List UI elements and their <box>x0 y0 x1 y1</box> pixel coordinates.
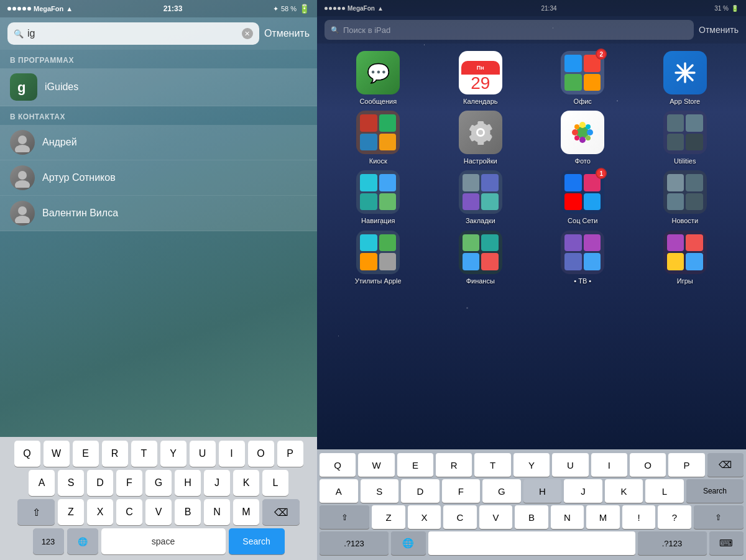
ipad-key-y[interactable]: Y <box>513 453 550 477</box>
result-item-andrei[interactable]: Андрей <box>0 125 317 160</box>
ipad-key-g[interactable]: G <box>482 479 521 503</box>
ipad-key-z[interactable]: Z <box>372 505 405 529</box>
ipad-key-num2[interactable]: .?123 <box>638 531 707 555</box>
ipad-key-search[interactable]: Search <box>686 479 744 503</box>
ipad-key-shift[interactable]: ⇧ <box>320 505 369 529</box>
key-p[interactable]: P <box>277 441 303 467</box>
key-space[interactable]: space <box>101 528 226 554</box>
key-e[interactable]: E <box>73 441 99 467</box>
app-utilities[interactable]: Utilities <box>637 111 734 165</box>
key-g[interactable]: G <box>145 470 172 496</box>
app-util-apple[interactable]: Утилиты Apple <box>329 231 427 285</box>
key-x[interactable]: X <box>87 499 113 525</box>
key-w[interactable]: W <box>44 441 70 467</box>
key-t[interactable]: T <box>131 441 157 467</box>
contact-name-valentin: Валентин Вилса <box>42 208 118 219</box>
app-settings[interactable]: Настройки <box>432 111 530 165</box>
app-appstore[interactable]: App Store <box>637 51 734 106</box>
ipad-key-i[interactable]: I <box>591 453 627 477</box>
ipad-keyboard-row-3: ⇧ Z X C V B N M ! ? ⇧ <box>320 505 744 529</box>
key-o[interactable]: O <box>248 441 274 467</box>
key-c[interactable]: C <box>116 499 142 525</box>
ipad-key-o[interactable]: O <box>630 453 666 477</box>
key-search[interactable]: Search <box>229 528 285 554</box>
ipad-key-p[interactable]: P <box>668 453 704 477</box>
key-k[interactable]: K <box>233 470 259 496</box>
ipad-key-keyboard[interactable]: ⌨ <box>709 531 744 555</box>
result-label-iguides: iGuides <box>45 81 78 93</box>
app-icon-wrap-utilities <box>663 111 707 154</box>
app-games[interactable]: Игры <box>637 231 734 285</box>
ipad-key-s[interactable]: S <box>361 479 399 503</box>
ipad-key-c[interactable]: C <box>443 505 477 529</box>
key-m[interactable]: M <box>233 499 259 525</box>
key-u[interactable]: U <box>190 441 216 467</box>
app-kiosk[interactable]: Киоск <box>329 111 427 165</box>
key-z[interactable]: Z <box>58 499 84 525</box>
key-s[interactable]: S <box>58 470 84 496</box>
ipad-key-f[interactable]: F <box>442 479 481 503</box>
key-l[interactable]: L <box>262 470 288 496</box>
ipad-key-b[interactable]: B <box>515 505 548 529</box>
ipad-key-j[interactable]: J <box>564 479 602 503</box>
app-icon-navigation <box>356 170 400 214</box>
app-finance[interactable]: Финансы <box>432 231 530 285</box>
ipad-key-t[interactable]: T <box>474 453 510 477</box>
ipad-key-shift-right[interactable]: ⇧ <box>694 505 744 529</box>
ipad-key-u[interactable]: U <box>552 453 588 477</box>
ipad-key-n[interactable]: N <box>551 505 584 529</box>
ipad-key-l[interactable]: L <box>645 479 684 503</box>
ipad-key-globe[interactable]: 🌐 <box>391 531 426 555</box>
ipad-key-v[interactable]: V <box>479 505 513 529</box>
iphone-search-input-wrap[interactable]: 🔍 ig ✕ <box>7 22 259 45</box>
key-b[interactable]: B <box>175 499 201 525</box>
signal-dot-4 <box>22 7 26 11</box>
app-messages[interactable]: 💬 Сообщения <box>329 51 427 106</box>
ipad-search-input[interactable]: 🔍 Поиск в iPad <box>325 20 694 40</box>
key-j[interactable]: J <box>204 470 230 496</box>
ipad-key-e[interactable]: E <box>397 453 433 477</box>
cancel-button[interactable]: Отменить <box>264 28 310 39</box>
ipad-key-delete[interactable]: ⌫ <box>707 453 744 477</box>
key-f[interactable]: F <box>116 470 142 496</box>
ipad-key-q[interactable]: Q <box>320 453 356 477</box>
ipad-key-quest[interactable]: ? <box>658 505 691 529</box>
ipad-key-k[interactable]: K <box>605 479 643 503</box>
key-shift[interactable]: ⇧ <box>17 499 55 525</box>
ipad-key-excl[interactable]: ! <box>622 505 656 529</box>
key-num[interactable]: 123 <box>33 528 64 554</box>
key-a[interactable]: A <box>29 470 55 496</box>
key-i[interactable]: I <box>219 441 245 467</box>
app-calendar[interactable]: Пн 29 Календарь <box>432 51 530 106</box>
app-ofis[interactable]: 2 Офис <box>534 51 632 106</box>
key-n[interactable]: N <box>204 499 230 525</box>
ipad-key-w[interactable]: W <box>358 453 394 477</box>
app-news[interactable]: Новости <box>637 170 734 225</box>
ipad-key-m[interactable]: M <box>586 505 620 529</box>
app-bookmarks[interactable]: Закладки <box>432 170 530 225</box>
ipad-key-a[interactable]: A <box>320 479 358 503</box>
ipad-key-num[interactable]: .?123 <box>320 531 389 555</box>
ipad-cancel-button[interactable]: Отменить <box>699 25 739 35</box>
result-item-iguides[interactable]: g iGuides <box>0 68 317 106</box>
key-v[interactable]: V <box>145 499 172 525</box>
app-photos[interactable]: Фото <box>534 111 632 165</box>
key-d[interactable]: D <box>87 470 113 496</box>
key-globe[interactable]: 🌐 <box>67 528 98 554</box>
key-y[interactable]: Y <box>160 441 186 467</box>
ipad-key-d[interactable]: D <box>401 479 440 503</box>
ipad-key-h[interactable]: H <box>523 479 562 503</box>
clear-button[interactable]: ✕ <box>242 28 253 39</box>
result-item-valentin[interactable]: Валентин Вилса <box>0 196 317 231</box>
ipad-key-space[interactable] <box>428 531 635 555</box>
result-item-artur[interactable]: Артур Сотников <box>0 160 317 196</box>
key-r[interactable]: R <box>102 441 128 467</box>
app-navigation[interactable]: Навигация <box>329 170 427 225</box>
ipad-key-x[interactable]: X <box>408 505 441 529</box>
app-social[interactable]: 1 Соц Сети <box>534 170 632 225</box>
key-h[interactable]: H <box>175 470 201 496</box>
key-delete[interactable]: ⌫ <box>262 499 300 525</box>
key-q[interactable]: Q <box>14 441 40 467</box>
app-tv[interactable]: • ТВ • <box>534 231 632 285</box>
ipad-key-r[interactable]: R <box>436 453 472 477</box>
